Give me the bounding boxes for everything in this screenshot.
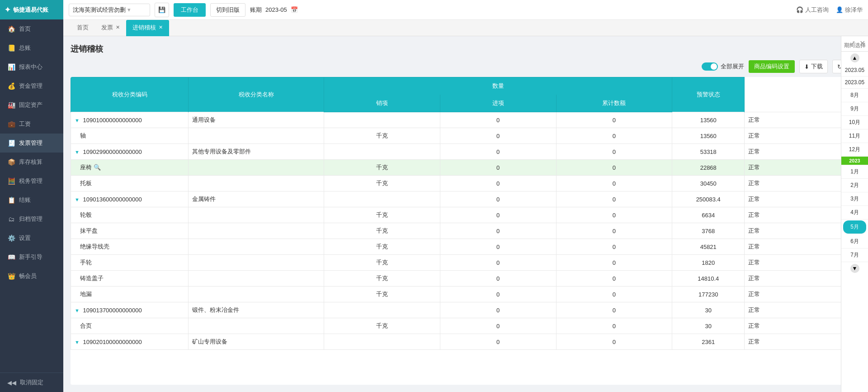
row-code: ▼ 109010000000000000 [71,112,189,128]
th-status: 预警状态 [672,77,745,112]
row-unit: 千克 [324,271,440,287]
nav-icon: 🧮 [7,177,15,185]
scroll-up-button[interactable]: ▲ [850,53,859,62]
product-code-button[interactable]: 商品编码设置 [749,60,795,73]
period-item[interactable]: 10月 [841,116,868,129]
expand-icon[interactable]: ▼ [75,308,80,313]
table-row: 合页 千克 0 0 30 正常 [71,318,861,334]
company-selector[interactable]: 沈海英测试经营勿删 ▾ [69,4,150,16]
sidebar-item-结账[interactable]: 📋 结账 [0,191,63,210]
nav-icon: 📒 [7,44,15,52]
row-code: 地漏 [71,287,189,302]
content-area: 进销稽核 全部展开 商品编码设置 ⬇ 下载 ↻ 刷新 税收分类编码 税收 [63,36,868,392]
user-icon: 👤 [836,6,843,13]
calendar-icon[interactable]: 📅 [291,6,298,13]
support-button[interactable]: 🎧 人工咨询 [796,6,829,14]
row-code: 轴 [71,128,189,144]
row-name [189,176,324,191]
sidebar-item-库存核算[interactable]: 📦 库存核算 [0,153,63,172]
sidebar-item-label: 畅会员 [19,272,37,280]
expand-icon[interactable]: ▼ [75,149,80,155]
table-row: 托板 千克 0 0 30450 正常 [71,176,861,191]
sidebar-item-畅会员[interactable]: 👑 畅会员 [0,267,63,286]
tab-首页[interactable]: 首页 [71,20,95,36]
sidebar-item-label: 资金管理 [19,82,42,90]
sidebar: ✦ 畅捷通易代账 🏠 首页 📒 总账 📊 报表中心 💰 资金管理 🏭 固定资产 … [0,0,63,392]
switch-version-button[interactable]: 切到旧版 [210,3,245,17]
sidebar-item-label: 库存核算 [19,158,42,166]
period-item[interactable]: 1月 [841,165,868,179]
right-panel: ✕ ⤢ 期间选择 ▲ 2023.052023.058月9月10月11月12月20… [841,36,868,392]
sidebar-item-归档管理[interactable]: 🗂 归档管理 [0,210,63,229]
sidebar-item-报表中心[interactable]: 📊 报表中心 [0,57,63,76]
expand-panel-button[interactable]: ⤢ [849,39,855,48]
scroll-down-button[interactable]: ▼ [850,264,859,273]
period-item[interactable]: 7月 [841,249,868,262]
sidebar-item-label: 固定资产 [19,101,42,109]
headset-icon: 🎧 [796,6,803,13]
topbar-right: 🎧 人工咨询 👤 徐泽华 [796,6,863,14]
sidebar-item-新手引导[interactable]: 📖 新手引导 [0,248,63,267]
period-item[interactable]: 5月 [843,220,866,234]
table-row: 绝缘导线壳 千克 0 0 45821 正常 [71,239,861,255]
period-item[interactable]: 2023.05 [841,76,868,89]
sidebar-item-资金管理[interactable]: 💰 资金管理 [0,76,63,96]
sidebar-item-税务管理[interactable]: 🧮 税务管理 [0,172,63,191]
toolbar: 全部展开 商品编码设置 ⬇ 下载 ↻ 刷新 [71,60,861,73]
period-item[interactable]: 12月 [841,143,868,157]
row-total: 45821 [672,239,745,255]
page-title: 进销稽核 [71,43,861,54]
app-name: 畅捷通易代账 [13,6,48,14]
close-panel-button[interactable]: ✕ [859,39,865,48]
period-item[interactable]: 8月 [841,89,868,102]
logo-icon: ✦ [5,5,10,14]
row-name: 锻件、粉末冶金件 [189,302,324,318]
th-qty-group: 数量 [324,77,672,95]
toggle-switch[interactable] [702,62,718,71]
expand-icon[interactable]: ▼ [75,339,80,345]
table-row: 轴 千克 0 0 13560 正常 [71,128,861,144]
workbench-button[interactable]: 工作台 [174,3,206,17]
nav-icon: 📦 [7,158,15,166]
cancel-pin-button[interactable]: ◀◀ 取消固定 [0,373,63,392]
sidebar-item-工资[interactable]: 💼 工资 [0,115,63,134]
period-item[interactable]: 6月 [841,235,868,249]
row-purchase: 0 [556,239,672,255]
row-total: 13560 [672,112,745,128]
search-icon[interactable]: 🔍 [94,164,101,171]
row-unit: 千克 [324,318,440,334]
download-button[interactable]: ⬇ 下载 [799,60,828,73]
row-name [189,223,324,239]
tab-发票[interactable]: 发票✕ [95,20,126,36]
user-menu[interactable]: 👤 徐泽华 [836,6,863,14]
sidebar-item-总账[interactable]: 📒 总账 [0,38,63,57]
toggle-all-control: 全部展开 [702,62,744,71]
row-unit: 千克 [324,128,440,144]
period-item[interactable]: 2023.05 [841,64,868,76]
row-code: 座椅🔍 [71,160,189,176]
sidebar-item-设置[interactable]: ⚙️ 设置 [0,229,63,248]
nav-icon: 🏭 [7,101,15,109]
tab-close-button[interactable]: ✕ [159,24,163,30]
row-unit: 千克 [324,239,440,255]
period-item[interactable]: 3月 [841,192,868,206]
tab-进销稽核[interactable]: 进销稽核✕ [126,20,169,36]
nav-icon: 📊 [7,63,15,71]
period-item[interactable]: 2023 [841,157,868,165]
sidebar-item-固定资产[interactable]: 🏭 固定资产 [0,96,63,115]
save-button[interactable]: 💾 [155,3,169,17]
period-item[interactable]: 9月 [841,102,868,116]
period-item[interactable]: 11月 [841,129,868,143]
sidebar-item-首页[interactable]: 🏠 首页 [0,19,63,38]
period-item[interactable]: 2月 [841,179,868,192]
sidebar-item-label: 发票管理 [19,139,42,147]
sidebar-item-发票管理[interactable]: 🧾 发票管理 [0,134,63,153]
tab-close-button[interactable]: ✕ [116,24,120,30]
expand-icon[interactable]: ▼ [75,197,80,202]
row-total: 13560 [672,128,745,144]
period-item[interactable]: 4月 [841,206,868,220]
sidebar-item-label: 新手引导 [19,253,42,261]
expand-icon[interactable]: ▼ [75,118,80,123]
period-value: 2023-05 [265,6,287,13]
row-total: 250083.4 [672,191,745,207]
